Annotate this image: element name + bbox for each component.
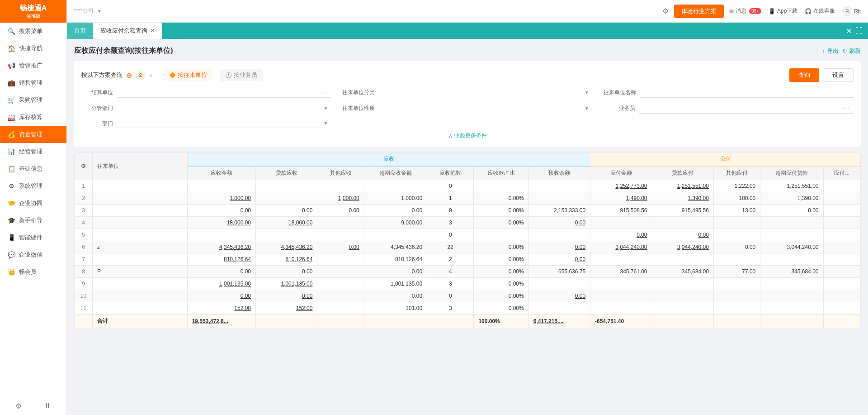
sidebar-item-system[interactable]: ⚙ 系统管理 <box>0 177 66 195</box>
td-ar-prepay[interactable]: 0.00 <box>528 217 590 229</box>
td-ar-amount[interactable]: 4,345,436.20 <box>187 241 255 253</box>
td-ar-amount[interactable]: 0.00 <box>187 290 255 302</box>
filter-item-partner[interactable]: 🔶 按往来单位 <box>164 69 212 81</box>
td-ap-loan[interactable] <box>652 253 713 266</box>
td-ar-loan[interactable]: 1,001,135.00 <box>256 278 317 290</box>
td-ap-amount[interactable] <box>590 278 652 290</box>
th-settings[interactable]: ⚙ <box>75 153 93 180</box>
settings-button[interactable]: 设置 <box>823 68 854 82</box>
td-ap-loan[interactable]: 1,251,551.00 <box>652 180 713 192</box>
td-ar-amount[interactable]: 0.00 <box>187 205 255 217</box>
td-ar-loan[interactable]: 0.00 <box>256 205 317 217</box>
partner-nature-select[interactable]: ▼ <box>378 104 592 113</box>
refresh-button[interactable]: ↻ 刷新 <box>842 47 861 55</box>
td-ar-other[interactable] <box>317 278 364 290</box>
filter-item-salesperson[interactable]: 🕐 按业务员 <box>220 69 263 81</box>
td-ar-prepay[interactable] <box>528 180 590 192</box>
td-ap-amount[interactable]: 1,252,773.00 <box>590 180 652 192</box>
query-button[interactable]: 查询 <box>789 68 819 82</box>
td-ar-loan[interactable] <box>256 192 317 205</box>
td-ar-amount[interactable]: 152.00 <box>187 302 255 315</box>
td-ap-amount[interactable] <box>590 253 652 266</box>
sidebar-item-hardware[interactable]: 📱 智能硬件 <box>0 229 66 246</box>
table-gear-icon[interactable]: ⚙ <box>81 163 86 169</box>
sidebar-settings-btn[interactable]: ⚙ <box>15 402 22 410</box>
td-ar-other[interactable] <box>317 180 364 192</box>
td-ap-loan[interactable]: 0.00 <box>652 229 713 241</box>
sidebar-item-wechat[interactable]: 💬 企业微信 <box>0 246 66 263</box>
td-ap-loan[interactable]: 3,044,240.00 <box>652 241 713 253</box>
td-ar-loan[interactable]: 0.00 <box>256 266 317 278</box>
td-ar-prepay[interactable] <box>528 192 590 205</box>
partner-category-select[interactable]: ▼ <box>378 88 592 97</box>
td-ar-amount[interactable]: 1,000.00 <box>187 192 255 205</box>
td-ap-amount[interactable]: 345,761.00 <box>590 266 652 278</box>
td-ar-amount[interactable]: 0.00 <box>187 266 255 278</box>
td-ar-other[interactable]: 0.00 <box>317 205 364 217</box>
filter-scheme-icon[interactable]: ⊙ <box>136 70 146 80</box>
td-ar-other[interactable]: 1,000.00 <box>317 192 364 205</box>
td-ar-other[interactable] <box>317 229 364 241</box>
tab-ar-ap[interactable]: 应收应付余额查询 ✕ <box>93 23 162 39</box>
td-ap-loan[interactable] <box>652 290 713 302</box>
td-ar-other[interactable] <box>317 253 364 266</box>
header-gear-icon[interactable]: ⚙ <box>662 7 669 15</box>
td-ar-amount[interactable] <box>187 180 255 192</box>
window-close-icon[interactable]: ✕ <box>846 27 852 35</box>
td-ar-other[interactable]: 0.00 <box>317 241 364 253</box>
sidebar-item-marketing[interactable]: 📢 营销推广 <box>0 57 66 74</box>
td-ar-loan[interactable]: 0.00 <box>256 290 317 302</box>
td-ap-loan[interactable] <box>652 278 713 290</box>
td-ar-loan[interactable]: 18,000.00 <box>256 217 317 229</box>
footer-ar-amount[interactable]: 19,553,472,6... <box>187 315 255 328</box>
td-ar-prepay[interactable]: 0.00 <box>528 241 590 253</box>
td-ap-amount[interactable] <box>590 290 652 302</box>
td-ap-amount[interactable]: 3,044,240.00 <box>590 241 652 253</box>
td-ap-loan[interactable]: 1,390.00 <box>652 192 713 205</box>
sidebar-item-finance[interactable]: 💰 资金管理 <box>0 126 66 143</box>
sidebar-item-cooperation[interactable]: 🤝 企业协同 <box>0 195 66 212</box>
settlement-dots[interactable]: ··· <box>321 89 328 95</box>
sidebar-item-warehouse[interactable]: 🏭 库存核算 <box>0 109 66 126</box>
collapse-more-btn[interactable]: ∧ 收起更多条件 <box>81 132 854 139</box>
td-ar-prepay[interactable]: 655,636.75 <box>528 266 590 278</box>
sidebar-item-purchase[interactable]: 🛒 采购管理 <box>0 91 66 109</box>
filter-collapse-icon[interactable]: « <box>149 72 153 79</box>
td-ar-loan[interactable] <box>256 180 317 192</box>
sidebar-item-search[interactable]: 🔍 搜索菜单 <box>0 23 66 40</box>
td-ar-amount[interactable]: 1,001,135.00 <box>187 278 255 290</box>
sidebar-item-basic[interactable]: 📋 基础信息 <box>0 160 66 177</box>
td-ap-loan[interactable] <box>652 302 713 315</box>
td-ap-amount[interactable] <box>590 302 652 315</box>
department-select[interactable]: ▼ <box>117 119 331 128</box>
td-ar-amount[interactable]: 810,126.64 <box>187 253 255 266</box>
td-ar-loan[interactable]: 4,345,436.20 <box>256 241 317 253</box>
td-ap-amount[interactable] <box>590 217 652 229</box>
promo-button[interactable]: 体验行业方案 <box>674 5 724 18</box>
sidebar-collapse-btn[interactable]: ⏸ <box>44 402 51 410</box>
sidebar-item-operations[interactable]: 📊 经营管理 <box>0 143 66 160</box>
salesperson-select[interactable]: ··· <box>639 103 854 114</box>
settlement-input[interactable]: ··· <box>117 87 331 98</box>
filter-add-button[interactable]: ⊕ <box>126 71 132 80</box>
td-ap-loan[interactable] <box>652 217 713 229</box>
sidebar-item-member[interactable]: 👑 畅会员 <box>0 263 66 281</box>
tab-home[interactable]: 首页 <box>67 23 93 39</box>
app-download-item[interactable]: 📱 App下载 <box>769 7 797 15</box>
td-ap-loan[interactable]: 915,495.56 <box>652 205 713 217</box>
sidebar-item-sales[interactable]: 💼 销售管理 <box>0 74 66 91</box>
td-ar-prepay[interactable]: 0.00 <box>528 253 590 266</box>
td-ar-prepay[interactable]: 2,153,333.00 <box>528 205 590 217</box>
td-ap-loan[interactable]: 345,684.00 <box>652 266 713 278</box>
td-ar-loan[interactable] <box>256 229 317 241</box>
notification-item[interactable]: ✉ 消息 99+ <box>729 7 761 15</box>
online-service-item[interactable]: 🎧 在线客服 <box>805 7 835 15</box>
salesperson-dots[interactable]: ··· <box>843 105 850 111</box>
td-ap-amount[interactable]: 1,490.00 <box>590 192 652 205</box>
td-ar-prepay[interactable] <box>528 302 590 315</box>
td-ar-prepay[interactable]: 0.00 <box>528 290 590 302</box>
sidebar-item-quicknav[interactable]: 🏠 快捷导航 <box>0 40 66 57</box>
td-ar-loan[interactable]: 152.00 <box>256 302 317 315</box>
td-ar-other[interactable] <box>317 217 364 229</box>
partner-name-input[interactable] <box>640 87 854 98</box>
